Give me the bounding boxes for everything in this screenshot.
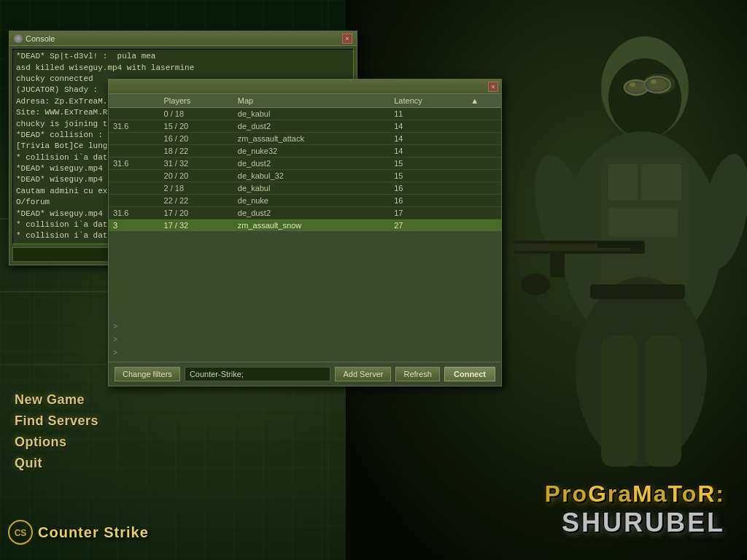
menu-item-new-game[interactable]: New Game [15, 391, 98, 409]
svg-rect-26 [601, 335, 638, 467]
connect-button[interactable]: Connect [444, 367, 495, 381]
cell-latency: 14 [390, 133, 466, 145]
cell-players: 15 / 20 [160, 120, 233, 133]
col-players: Players [160, 94, 233, 108]
svg-rect-16 [608, 164, 638, 201]
cell-map: de_dust2 [233, 158, 390, 170]
cell-latency: 11 [390, 108, 466, 120]
cell-players: 0 / 18 [160, 108, 233, 120]
cell-players: 22 / 22 [160, 195, 233, 207]
refresh-button[interactable]: Refresh [395, 367, 440, 381]
cell-flag [466, 170, 501, 182]
cell-latency: 14 [390, 120, 466, 133]
cell-map: de_kabul [233, 182, 390, 195]
menu-item-options[interactable]: Options [15, 433, 98, 451]
cell-map: de_nuke32 [233, 145, 390, 158]
cell-ping: 31.6 [109, 158, 160, 170]
svg-point-29 [521, 273, 550, 295]
steam-icon [14, 34, 23, 43]
server-table-row[interactable]: 16 / 20 zm_assault_attack 14 [109, 133, 501, 145]
col-map: Map [233, 94, 390, 108]
promo-T1: T [668, 481, 682, 507]
console-line: asd killed wiseguy.mp4 with lasermine [16, 63, 350, 74]
cell-ping [109, 145, 160, 158]
col-arrow: ▲ [466, 94, 501, 108]
cell-latency: 17 [390, 207, 466, 219]
server-bottom-bar: Change filters Add Server Refresh Connec… [109, 362, 501, 386]
cell-ping [109, 133, 160, 145]
cs-logo: CS Counter Strike [7, 519, 149, 545]
add-server-button[interactable]: Add Server [335, 367, 391, 381]
cell-ping [109, 170, 160, 182]
promo-line2: SHURUBEL [545, 508, 725, 538]
cell-latency: 15 [390, 158, 466, 170]
svg-rect-17 [641, 164, 681, 201]
console-close-button[interactable]: × [342, 34, 352, 44]
svg-point-30 [630, 82, 635, 87]
detail-arrow-1: > [113, 322, 117, 330]
cell-players: 17 / 32 [160, 219, 233, 232]
cell-map: zm_assault_snow [233, 219, 390, 232]
svg-text:CS: CS [15, 528, 27, 538]
cell-map: de_dust2 [233, 120, 390, 133]
server-table: Players Map Latency ▲ 0 / 18 de_kabul 11… [109, 94, 501, 232]
server-table-row[interactable]: 18 / 22 de_nuke32 14 [109, 145, 501, 158]
server-detail-row-3: > [113, 346, 497, 359]
svg-point-31 [651, 79, 657, 84]
promo-R1: R [697, 481, 716, 507]
server-table-row[interactable]: 3 17 / 32 zm_assault_snow 27 [109, 219, 501, 232]
cell-players: 16 / 20 [160, 133, 233, 145]
filter-input[interactable] [185, 367, 331, 381]
cell-players: 17 / 20 [160, 207, 233, 219]
cell-players: 31 / 32 [160, 158, 233, 170]
promo-G1: G [588, 481, 608, 507]
col-ping [109, 94, 160, 108]
server-table-row[interactable]: 31.6 17 / 20 de_dust2 17 [109, 207, 501, 219]
cell-flag [466, 133, 501, 145]
cell-ping: 31.6 [109, 120, 160, 133]
cell-flag [466, 219, 501, 232]
console-title: Console [14, 34, 55, 43]
server-browser-window: × Players Map Latency ▲ 0 / 18 de_kabul [108, 79, 502, 386]
server-table-row[interactable]: 22 / 22 de_nuke 16 [109, 195, 501, 207]
console-line: *DEAD* Sp|t-d3vl! : pula mea [16, 51, 350, 62]
cell-map: de_dust2 [233, 207, 390, 219]
cs-logo-icon: CS [7, 519, 34, 545]
console-title-text: Console [26, 34, 55, 43]
cell-latency: 16 [390, 195, 466, 207]
cell-ping: 3 [109, 219, 160, 232]
server-table-row[interactable]: 0 / 18 de_kabul 11 [109, 108, 501, 120]
col-latency: Latency [390, 94, 466, 108]
server-table-row[interactable]: 31.6 15 / 20 de_dust2 14 [109, 120, 501, 133]
server-close-button[interactable]: × [488, 82, 498, 92]
server-table-row[interactable]: 2 / 18 de_kabul 16 [109, 182, 501, 195]
server-table-row[interactable]: 31.6 31 / 32 de_dust2 15 [109, 158, 501, 170]
cell-flag [466, 108, 501, 120]
menu-item-quit[interactable]: Quit [15, 454, 98, 472]
svg-rect-18 [608, 208, 678, 237]
svg-rect-24 [597, 242, 641, 248]
detail-arrow-2: > [113, 335, 117, 343]
cell-latency: 16 [390, 182, 466, 195]
server-detail-row-2: > [113, 332, 497, 346]
cell-flag [466, 145, 501, 158]
svg-rect-23 [550, 252, 565, 277]
server-table-container[interactable]: Players Map Latency ▲ 0 / 18 de_kabul 11… [109, 94, 501, 316]
cell-map: zm_assault_attack [233, 133, 390, 145]
svg-point-6 [608, 58, 681, 139]
server-table-row[interactable]: 20 / 20 de_kabul_32 15 [109, 170, 501, 182]
promo-logo: ProGraMaToR: SHURUBEL [545, 481, 725, 538]
menu-item-find-servers[interactable]: Find Servers [15, 412, 98, 430]
cell-ping [109, 195, 160, 207]
detail-arrow-3: > [113, 349, 117, 357]
promo-programator: ProGraMaToR: [545, 481, 725, 507]
svg-point-12 [648, 79, 667, 90]
menu-area: New GameFind ServersOptionsQuit [15, 391, 98, 472]
change-filters-button[interactable]: Change filters [115, 367, 180, 381]
cell-flag [466, 158, 501, 170]
svg-rect-27 [645, 335, 681, 467]
cell-ping [109, 108, 160, 120]
svg-point-25 [576, 277, 707, 467]
server-table-header: Players Map Latency ▲ [109, 94, 501, 108]
cell-flag [466, 207, 501, 219]
